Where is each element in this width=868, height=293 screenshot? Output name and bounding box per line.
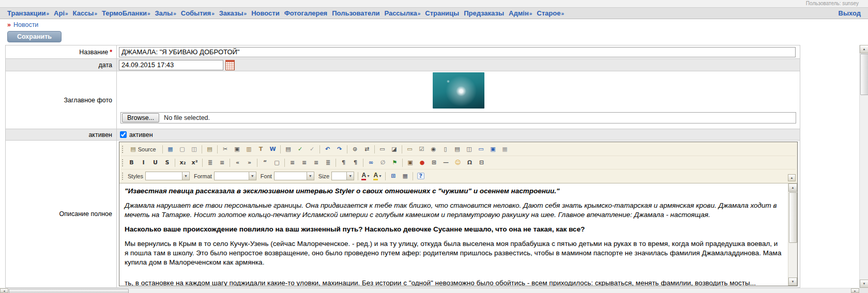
italic-icon[interactable]: I — [138, 157, 149, 168]
special-char-icon[interactable]: Ω — [464, 157, 475, 168]
toolbar-drag-handle[interactable] — [122, 146, 123, 153]
strikethrough-icon[interactable]: S — [162, 157, 173, 168]
nav-item-photogallery[interactable]: Фотогалерея» — [284, 9, 328, 17]
name-input[interactable] — [119, 47, 796, 57]
nav-item-cashdesks[interactable]: Кассы» — [73, 9, 97, 17]
nav-item-old[interactable]: Старое» — [537, 9, 564, 17]
scroll-up-icon[interactable]: ▲ — [788, 183, 797, 192]
maximize-button[interactable]: ⊞ — [388, 171, 399, 181]
size-combo[interactable]: Size ▼ — [318, 172, 354, 180]
align-right-icon[interactable]: ≡ — [311, 157, 322, 168]
logout-link[interactable]: Выход — [839, 9, 861, 17]
print-icon[interactable]: ▤ — [283, 144, 294, 155]
nav-item-transactions[interactable]: Транзакции» — [7, 9, 49, 17]
select-field-icon[interactable]: ◫ — [464, 144, 475, 155]
breadcrumb-news-link[interactable]: Новости — [13, 21, 38, 28]
unlink-icon[interactable]: ∅ — [377, 157, 388, 168]
date-input[interactable] — [119, 60, 223, 70]
preview-icon[interactable]: ◫ — [189, 144, 200, 155]
indent-icon[interactable]: » — [244, 157, 255, 168]
numbered-list-icon[interactable]: ≣ — [205, 157, 216, 168]
checkbox-icon[interactable]: ☑ — [416, 144, 427, 155]
active-checkbox[interactable] — [120, 131, 127, 138]
horizontal-scrollbar-thumb[interactable] — [9, 289, 129, 293]
select-all-icon[interactable]: ▭ — [377, 144, 388, 155]
find-icon[interactable]: ⊙ — [349, 144, 360, 155]
bold-icon[interactable]: B — [126, 157, 137, 168]
create-div-icon[interactable]: ▢ — [271, 157, 282, 168]
page-break-icon[interactable]: ⊟ — [476, 157, 487, 168]
save-icon[interactable]: ▦ — [165, 144, 176, 155]
text-color-button[interactable]: A ▼ — [360, 171, 371, 181]
about-button[interactable]: ? — [415, 171, 426, 181]
replace-icon[interactable]: ⇄ — [361, 144, 372, 155]
blockquote-icon[interactable]: “ — [260, 157, 270, 168]
styles-combo[interactable]: Styles ▼ — [128, 172, 190, 180]
text-field-icon[interactable]: ▯ — [440, 144, 451, 155]
nav-item-users[interactable]: Пользователи» — [332, 9, 379, 17]
flash-icon[interactable]: ● — [417, 157, 428, 168]
spellcheck-icon[interactable]: ✓ — [295, 144, 306, 155]
nav-item-news[interactable]: Новости» — [251, 9, 280, 17]
remove-format-icon[interactable]: ◪ — [389, 144, 400, 155]
editor-document[interactable]: "Известная певица рассказала в эксклюзив… — [119, 183, 797, 286]
underline-icon[interactable]: U — [150, 157, 161, 168]
cut-icon[interactable]: ✂ — [220, 144, 231, 155]
format-combo[interactable]: Format ▼ — [194, 172, 256, 180]
justify-icon[interactable]: ≣ — [323, 157, 333, 168]
copy-icon[interactable]: ▣ — [232, 144, 242, 155]
image-button-icon[interactable]: ▣ — [488, 144, 498, 155]
nav-item-api[interactable]: Api» — [54, 9, 68, 17]
scroll-up-icon[interactable]: ▲ — [860, 45, 868, 53]
smiley-icon[interactable]: ☺ — [452, 157, 463, 168]
scroll-left-icon[interactable]: ◄ — [0, 288, 8, 293]
bulleted-list-icon[interactable]: ≡ — [217, 157, 227, 168]
link-icon[interactable]: ∞ — [366, 157, 376, 168]
hidden-field-icon[interactable]: ▦ — [499, 144, 510, 155]
editor-content-area[interactable]: "Известная певица рассказала в эксклюзив… — [119, 183, 797, 286]
subscript-icon[interactable]: x₂ — [177, 157, 188, 168]
nav-item-events[interactable]: События» — [181, 9, 215, 17]
scroll-down-icon[interactable]: ▼ — [860, 280, 868, 288]
background-color-button[interactable]: A ▼ — [372, 171, 383, 181]
nav-item-admin[interactable]: Адмін» — [509, 9, 532, 17]
editor-scrollbar-thumb[interactable] — [789, 192, 797, 243]
new-page-icon[interactable]: ▢ — [177, 144, 188, 155]
toolbar-drag-handle[interactable] — [122, 173, 123, 180]
page-vertical-scrollbar[interactable]: ▲ ▼ — [859, 45, 868, 288]
nav-item-orders[interactable]: Заказы» — [219, 9, 247, 17]
radio-icon[interactable]: ◉ — [428, 144, 439, 155]
font-combo[interactable]: Font ▼ — [261, 172, 314, 180]
scayt-icon[interactable]: ✓ — [307, 144, 317, 155]
nav-item-thermoblanks[interactable]: ТермоБланки» — [102, 9, 150, 17]
redo-icon[interactable]: ↷ — [334, 144, 345, 155]
image-icon[interactable]: ▣ — [405, 157, 416, 168]
vertical-scrollbar-thumb[interactable] — [860, 54, 868, 95]
bidi-rtl-icon[interactable]: ¶ — [350, 157, 361, 168]
align-center-icon[interactable]: ≡ — [299, 157, 310, 168]
outdent-icon[interactable]: « — [232, 157, 243, 168]
paste-word-icon[interactable]: W — [267, 144, 278, 155]
undo-icon[interactable]: ↶ — [322, 144, 333, 155]
form-icon[interactable]: ▭ — [404, 144, 415, 155]
page-horizontal-scrollbar[interactable]: ◄ ► — [0, 288, 859, 293]
calendar-icon[interactable] — [225, 60, 235, 70]
toolbar-collapse-button[interactable]: ▲ — [788, 174, 796, 181]
textarea-icon[interactable]: ▤ — [452, 144, 463, 155]
templates-icon[interactable]: ▤ — [204, 144, 215, 155]
horizontal-rule-icon[interactable]: — — [440, 157, 451, 168]
paste-text-icon[interactable]: T — [255, 144, 266, 155]
superscript-icon[interactable]: x² — [189, 157, 200, 168]
scroll-right-icon[interactable]: ► — [851, 288, 859, 293]
nav-item-halls[interactable]: Залы» — [155, 9, 176, 17]
anchor-icon[interactable]: ⚑ — [389, 157, 400, 168]
table-icon[interactable]: ⊞ — [429, 157, 439, 168]
save-button[interactable]: Сохранить — [7, 31, 62, 42]
form-button-icon[interactable]: ▭ — [476, 144, 486, 155]
bidi-ltr-icon[interactable]: ¶ — [338, 157, 349, 168]
source-button[interactable]: ▤ Source — [126, 144, 160, 155]
nav-item-mailing[interactable]: Рассылка» — [384, 9, 420, 17]
nav-item-preorders[interactable]: Предзаказы» — [464, 9, 504, 17]
browse-button[interactable]: Browse... — [122, 113, 159, 122]
scroll-down-icon[interactable]: ▼ — [788, 277, 797, 286]
